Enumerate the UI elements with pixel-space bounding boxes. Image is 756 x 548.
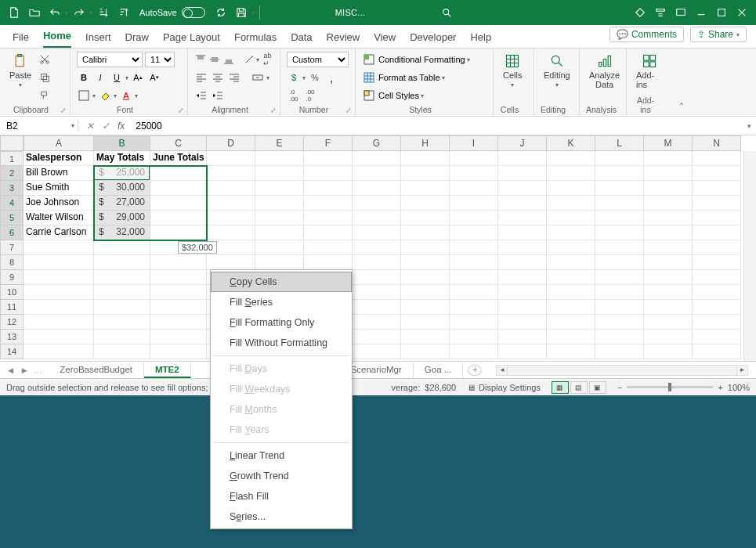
column-header[interactable]: I [450,135,498,151]
cell[interactable] [644,240,693,255]
tab-view[interactable]: View [374,31,396,48]
cell[interactable] [498,344,547,359]
cell[interactable] [595,211,644,225]
tab-data[interactable]: Data [291,31,312,48]
minimize-icon[interactable] [692,3,711,22]
sync-icon[interactable] [212,3,230,22]
column-header[interactable]: K [547,135,595,151]
tab-home[interactable]: Home [43,30,71,48]
row-header[interactable]: 12 [0,315,24,330]
sheet-tab[interactable]: ZeroBasedBudget [49,362,144,378]
cell[interactable] [498,315,547,330]
column-header[interactable]: M [644,135,693,151]
align-top-icon[interactable] [194,52,206,67]
tab-review[interactable]: Review [327,31,360,48]
cell[interactable] [401,166,450,181]
cell[interactable] [255,181,304,196]
cell[interactable] [498,181,547,196]
cell[interactable] [94,315,150,330]
row-header[interactable]: 13 [0,330,24,344]
row-header[interactable]: 8 [0,255,24,270]
cell[interactable] [255,225,304,240]
cell[interactable] [498,166,547,181]
prev-sheet-icon[interactable]: ◄ [6,366,15,375]
cell[interactable] [401,181,450,196]
decrease-indent-icon[interactable] [194,88,208,103]
cell[interactable] [94,240,150,255]
cell[interactable] [401,330,450,344]
cell[interactable] [401,255,450,270]
cell[interactable]: $30,000 [94,181,150,196]
expand-formula-bar-icon[interactable]: ▾ [742,122,756,130]
cell[interactable] [644,344,693,359]
zoom-slider[interactable] [627,386,713,388]
cell[interactable]: Carrie Carlson [24,225,94,240]
cell[interactable]: $27,000 [94,196,150,211]
cell[interactable] [24,300,94,315]
cell[interactable] [547,344,595,359]
cell[interactable] [498,300,547,315]
cell[interactable] [547,300,595,315]
menu-item[interactable]: Linear Trend [211,445,352,466]
column-header[interactable]: A [24,135,94,151]
cell[interactable] [401,344,450,359]
cell[interactable] [595,181,644,196]
font-color-icon[interactable]: A [119,88,133,103]
name-box[interactable]: B2▾ [0,121,78,132]
cell[interactable] [693,330,741,344]
cell[interactable] [353,344,401,359]
toggle-off-icon[interactable] [182,7,205,18]
number-format-select[interactable]: Custom [287,52,349,67]
column-header[interactable]: J [498,135,547,151]
cell[interactable] [595,196,644,211]
cell[interactable] [304,151,353,166]
formula-input[interactable]: 25000 [131,121,742,132]
cell[interactable] [450,330,498,344]
addins-button[interactable]: Add-ins [633,52,666,91]
row-header[interactable]: 1 [0,151,24,166]
menu-item[interactable]: Flash Fill [211,486,352,507]
tab-help[interactable]: Help [470,31,491,48]
cell[interactable] [498,196,547,211]
cell[interactable] [595,344,644,359]
cell[interactable] [207,225,255,240]
sort-asc-icon[interactable] [94,3,113,22]
cell[interactable] [304,166,353,181]
cell[interactable] [547,315,595,330]
collapse-ribbon-icon[interactable]: ˄ [672,49,691,116]
cell[interactable] [255,255,304,270]
cell[interactable] [150,300,207,315]
italic-icon[interactable]: I [93,70,107,85]
display-settings-button[interactable]: 🖥Display Settings [467,383,541,392]
cell[interactable] [450,315,498,330]
cell[interactable] [450,300,498,315]
fill-color-icon[interactable] [98,88,112,103]
cell[interactable] [150,270,207,285]
cell[interactable] [401,300,450,315]
display-options-icon[interactable] [671,3,690,22]
cell[interactable] [353,330,401,344]
column-header[interactable]: B [94,135,150,151]
cell[interactable] [498,270,547,285]
decrease-decimal-icon[interactable]: .00.0 [303,88,317,103]
cell[interactable] [693,285,741,300]
cut-icon[interactable] [38,52,52,67]
cell[interactable]: Salesperson [24,151,94,166]
row-header[interactable]: 10 [0,285,24,300]
undo-dropdown-icon[interactable]: ▾ [65,9,68,16]
analyze-data-button[interactable]: Analyze Data [586,52,623,91]
cell[interactable] [693,166,741,181]
bold-icon[interactable]: B [77,70,91,85]
underline-icon[interactable]: U [110,70,124,85]
cell[interactable]: June Totals [150,151,207,166]
cell[interactable] [693,344,741,359]
menu-item[interactable]: Fill Without Formatting [211,333,352,353]
cell[interactable] [693,225,741,240]
cell[interactable] [207,151,255,166]
cell[interactable]: Joe Johnson [24,196,94,211]
cell[interactable] [255,240,304,255]
column-header[interactable]: L [595,135,644,151]
cell[interactable] [255,211,304,225]
align-center-icon[interactable] [211,70,225,85]
column-header[interactable]: D [207,135,255,151]
